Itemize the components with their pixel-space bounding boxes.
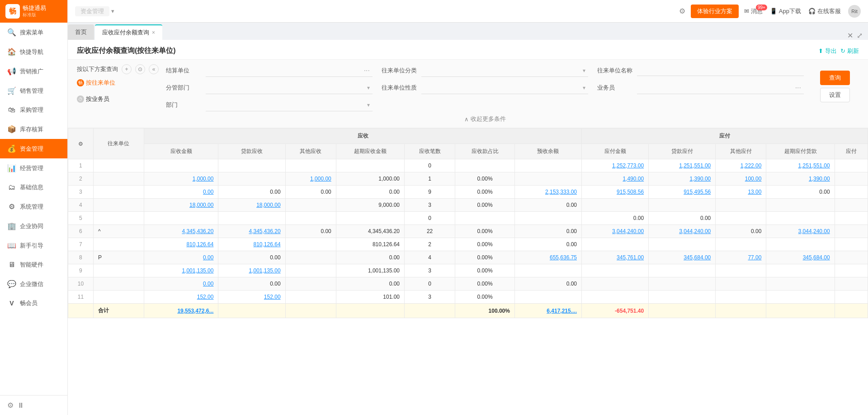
tabbar: 首页 应收应付余额查询 × ✕ ⤢ bbox=[68, 23, 868, 40]
sidebar-item-enterprise[interactable]: 🏢 企业协同 bbox=[0, 216, 67, 236]
table-cell[interactable]: 1,390.00 bbox=[766, 172, 835, 186]
table-cell[interactable]: 18,000.00 bbox=[144, 199, 218, 212]
scheme-by-partner[interactable]: 畅 按往来单位 bbox=[77, 79, 159, 87]
export-button[interactable]: ⬆ 导出 bbox=[818, 47, 837, 55]
table-cell[interactable]: 100.00 bbox=[716, 172, 766, 186]
sidebar-item-sales[interactable]: 🛒 销售管理 bbox=[0, 81, 67, 100]
topbar-gear-icon[interactable]: ⚙ bbox=[679, 7, 685, 15]
table-cell[interactable]: 915,508.56 bbox=[582, 186, 649, 199]
branch-dept-input[interactable] bbox=[208, 82, 367, 93]
sidebar-item-operations[interactable]: 📊 经营管理 bbox=[0, 158, 67, 178]
table-cell[interactable]: 77.00 bbox=[716, 251, 766, 264]
table-cell: 0.00% bbox=[455, 225, 515, 238]
sidebar-item-inventory[interactable]: 📦 库存核算 bbox=[0, 119, 67, 139]
partner-category-caret-icon[interactable]: ▾ bbox=[583, 67, 585, 74]
salesperson-input[interactable] bbox=[640, 82, 795, 93]
sidebar-item-search-menu[interactable]: 🔍 搜索菜单 bbox=[0, 23, 67, 42]
collapse-more-btn[interactable]: ∧ 收起更多条件 bbox=[464, 115, 506, 123]
table-cell[interactable]: 4,345,436.20 bbox=[218, 225, 285, 238]
col-settings-header[interactable]: ⚙ bbox=[68, 129, 94, 159]
table-cell[interactable]: 810,126.64 bbox=[144, 238, 218, 251]
table-cell[interactable]: 1,001,135.00 bbox=[218, 264, 285, 277]
filter-collapse-btn[interactable]: « bbox=[149, 64, 159, 74]
salesperson-dots-icon[interactable]: ··· bbox=[795, 84, 801, 92]
tab-ar-ap-query[interactable]: 应收应付余额查询 × bbox=[95, 24, 162, 40]
tab-home[interactable]: 首页 bbox=[68, 24, 94, 40]
table-cell[interactable]: 13.00 bbox=[716, 186, 766, 199]
partner-nature-caret-icon[interactable]: ▾ bbox=[583, 85, 585, 91]
member-icon: V bbox=[7, 300, 16, 307]
sidebar-item-marketing[interactable]: 📢 营销推广 bbox=[0, 62, 67, 81]
sidebar-collapse-icon[interactable]: ⏸ bbox=[17, 401, 24, 410]
app-download-btn[interactable]: 📱 App下载 bbox=[770, 7, 801, 15]
table-cell[interactable]: 0.00 bbox=[144, 277, 218, 291]
table-cell[interactable]: 4,345,436.20 bbox=[144, 225, 218, 238]
table-cell[interactable]: 152.00 bbox=[218, 291, 285, 304]
table-cell[interactable]: 1,251,551.00 bbox=[649, 159, 716, 172]
promo-button[interactable]: 体验行业方案 bbox=[691, 5, 739, 18]
table-cell[interactable]: 18,000.00 bbox=[218, 199, 285, 212]
user-avatar[interactable]: Rit bbox=[848, 5, 861, 18]
table-cell[interactable]: 152.00 bbox=[144, 291, 218, 304]
table-cell[interactable]: 655,636.75 bbox=[514, 251, 581, 264]
message-btn[interactable]: ✉ 消息 99+ bbox=[744, 7, 763, 15]
settings-button[interactable]: 设置 bbox=[820, 88, 850, 102]
table-cell: 9,000.00 bbox=[336, 199, 404, 212]
sidebar-item-purchase[interactable]: 🛍 采购管理 bbox=[0, 100, 67, 119]
sidebar-settings-icon[interactable]: ⚙ bbox=[7, 401, 14, 410]
jiesuan-dots-icon[interactable]: ··· bbox=[364, 67, 370, 75]
sidebar-item-base-info[interactable]: 🗂 基础信息 bbox=[0, 178, 67, 197]
refresh-button[interactable]: ↻ 刷新 bbox=[840, 47, 859, 55]
table-cell[interactable]: 1,000.00 bbox=[144, 172, 218, 186]
table-cell[interactable]: 1,222.00 bbox=[716, 159, 766, 172]
table-cell[interactable]: 915,495.56 bbox=[649, 186, 716, 199]
col-ar-overdue: 超期应收金额 bbox=[336, 144, 404, 159]
table-cell[interactable]: 1,001,135.00 bbox=[144, 264, 218, 277]
table-cell[interactable]: 345,761.00 bbox=[582, 251, 649, 264]
sidebar-item-system[interactable]: ⚙ 系统管理 bbox=[0, 197, 67, 216]
online-service-btn[interactable]: 🎧 在线客服 bbox=[808, 7, 841, 15]
sidebar-item-finance[interactable]: 💰 资金管理 bbox=[0, 139, 67, 158]
partner-name-input[interactable] bbox=[637, 65, 804, 76]
sidebar-item-guide[interactable]: 📖 新手引导 bbox=[0, 236, 67, 255]
table-cell[interactable]: 1,000.00 bbox=[285, 172, 336, 186]
tab-close-window-icon[interactable]: ✕ bbox=[847, 31, 853, 40]
dept-caret-icon[interactable]: ▾ bbox=[367, 102, 370, 108]
table-cell bbox=[582, 264, 649, 277]
table-cell[interactable]: 3,044,240.00 bbox=[582, 225, 649, 238]
table-cell bbox=[93, 238, 144, 251]
partner-category-input[interactable] bbox=[424, 65, 583, 76]
table-cell[interactable]: 3,044,240.00 bbox=[766, 225, 835, 238]
tab-close-icon[interactable]: × bbox=[152, 29, 155, 36]
table-cell[interactable]: 1,251,551.00 bbox=[766, 159, 835, 172]
table-cell[interactable]: 1,252,773.00 bbox=[582, 159, 649, 172]
sidebar-item-quick-nav[interactable]: 🏠 快捷导航 bbox=[0, 42, 67, 62]
branch-dept-caret-icon[interactable]: ▾ bbox=[367, 85, 370, 91]
sidebar-item-weixin[interactable]: 💬 企业微信 bbox=[0, 274, 67, 294]
sidebar-item-member[interactable]: V 畅会员 bbox=[0, 294, 67, 313]
partner-nature-input[interactable] bbox=[424, 82, 583, 93]
col-partner-header: 往来单位 bbox=[93, 129, 144, 159]
table-cell[interactable]: 3,044,240.00 bbox=[649, 225, 716, 238]
table-cell[interactable]: 0.00 bbox=[144, 251, 218, 264]
table-cell[interactable]: 345,684.00 bbox=[766, 251, 835, 264]
dept-input[interactable] bbox=[208, 100, 367, 110]
table-cell[interactable]: 2,153,333.00 bbox=[514, 186, 581, 199]
table-cell: 0.00 bbox=[285, 186, 336, 199]
filter-settings-btn[interactable]: ⊙ bbox=[135, 64, 145, 74]
sidebar-item-hardware[interactable]: 🖥 智能硬件 bbox=[0, 255, 67, 274]
table-cell bbox=[649, 277, 716, 291]
table-cell[interactable]: 1,490.00 bbox=[582, 172, 649, 186]
jiesuan-unit-input[interactable] bbox=[208, 65, 364, 76]
table-cell[interactable]: 345,684.00 bbox=[649, 251, 716, 264]
query-button[interactable]: 查询 bbox=[820, 71, 850, 85]
table-cell[interactable]: 0.00 bbox=[144, 186, 218, 199]
table-cell bbox=[93, 186, 144, 199]
table-cell: 0.00 bbox=[766, 186, 835, 199]
filter-add-btn[interactable]: + bbox=[122, 64, 132, 74]
summary-num bbox=[68, 304, 94, 318]
scheme-by-salesperson[interactable]: ⏱ 按业务员 bbox=[77, 95, 159, 103]
table-cell[interactable]: 1,390.00 bbox=[649, 172, 716, 186]
table-cell[interactable]: 810,126.64 bbox=[218, 238, 285, 251]
tab-expand-icon[interactable]: ⤢ bbox=[857, 31, 863, 40]
